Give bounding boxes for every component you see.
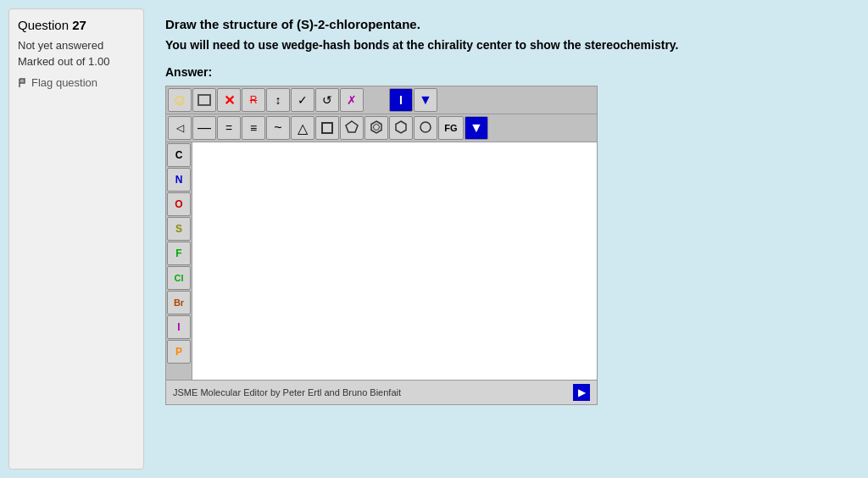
hexagon-filled-button[interactable] [364,116,388,140]
spacer-button [364,88,388,112]
atom-o-button[interactable]: O [167,192,191,216]
answer-label: Answer: [165,65,847,79]
strike-r-icon: R [250,94,258,106]
square-ring-button[interactable] [315,116,339,140]
delete-button[interactable]: ✕ [217,88,241,112]
undo-button[interactable]: ↺ [315,88,339,112]
atom-c-button[interactable]: C [167,143,191,167]
flag-icon [18,78,28,88]
play-button[interactable] [573,384,590,401]
triangle-button[interactable]: △ [291,116,314,140]
single-bond-button[interactable]: — [192,116,216,140]
wave-bond-button[interactable]: ~ [266,116,290,140]
atom-br-button[interactable]: Br [167,291,191,314]
wedge-down-icon: ▼ [470,120,483,136]
atom-i-button[interactable]: I [167,315,191,339]
main-content: Draw the structure of (S)-2-chloropentan… [153,8,860,470]
clear-button[interactable]: ✗ [340,88,364,112]
editor-footer: JSME Molecular Editor by Peter Ertl and … [166,380,597,404]
circle-icon [418,119,433,137]
question-heading: Draw the structure of (S)-2-chloropentan… [165,17,847,31]
atom-f-button[interactable]: F [167,242,191,265]
double-bond-icon: = [225,121,232,135]
svg-marker-3 [396,121,406,133]
arrow-left-button[interactable]: ◁ [168,116,192,140]
question-subheading: You will need to use wedge-hash bonds at… [165,38,847,52]
double-bond-button[interactable]: = [217,116,241,140]
status-text: Not yet answered [18,39,135,52]
circle-button[interactable] [414,116,437,140]
undo-icon: ↺ [322,93,332,107]
fg-label: FG [444,123,457,133]
atom-cl-button[interactable]: Cl [167,266,191,290]
check-icon: ✓ [298,93,308,107]
editor-footer-text: JSME Molecular Editor by Peter Ertl and … [173,387,401,397]
stereo-icon: ↕ [275,93,281,107]
atom-sidebar: C N O S F Cl Br I P [166,142,192,380]
stereo-button[interactable]: ↕ [266,88,290,112]
triple-bond-icon: ≡ [250,121,257,135]
pentagon-icon [344,119,359,137]
svg-marker-0 [346,121,358,132]
smiley-button[interactable]: ☺ [168,88,192,112]
question-number: 27 [72,18,86,32]
info-button[interactable]: I [389,88,413,112]
svg-point-4 [420,122,431,132]
sidebar: Question 27 Not yet answered Marked out … [8,8,144,470]
hexagon-button[interactable] [389,116,413,140]
flag-question-button[interactable]: Flag question [18,76,97,89]
delete-icon: ✕ [224,92,235,108]
svg-marker-1 [371,121,381,133]
toolbar-row1: ☺ ✕ R ↕ ✓ ↺ [166,86,597,114]
toolbar-row2: ◁ — = ≡ ~ △ [166,114,597,142]
drawing-canvas[interactable] [192,142,597,380]
wedge-menu-button[interactable]: ▼ [414,88,437,112]
question-label: Question [18,18,69,32]
arrow-left-icon: ◁ [176,122,184,134]
molecule-editor: ☺ ✕ R ↕ ✓ ↺ [165,86,598,405]
hexagon-icon [393,119,409,137]
atom-p-button[interactable]: P [167,340,191,364]
hexagon-filled-icon [369,119,384,137]
fg-button[interactable]: FG [438,116,464,140]
atom-n-button[interactable]: N [167,168,191,192]
strike-r-button[interactable]: R [242,88,265,112]
drawing-area-wrapper: C N O S F Cl Br I P [166,142,597,380]
svg-point-2 [374,124,380,130]
atom-s-button[interactable]: S [167,217,191,241]
wedge-down-button[interactable]: ▼ [465,116,488,140]
select-rect-button[interactable] [192,88,216,112]
triangle-down-icon: ▼ [419,92,432,108]
check-button[interactable]: ✓ [291,88,314,112]
marked-text: Marked out of 1.00 [18,55,135,68]
select-rect-icon [198,94,211,106]
wave-bond-icon: ~ [274,120,281,136]
question-title: Question 27 [18,18,135,32]
single-bond-icon: — [198,120,211,136]
smiley-icon: ☺ [172,92,187,109]
pentagon-button[interactable] [340,116,364,140]
triple-bond-button[interactable]: ≡ [242,116,265,140]
square-ring-icon [321,122,333,134]
triangle-icon: △ [298,120,308,136]
clear-icon: ✗ [347,93,357,107]
flag-label: Flag question [31,76,97,89]
info-icon: I [399,93,403,107]
